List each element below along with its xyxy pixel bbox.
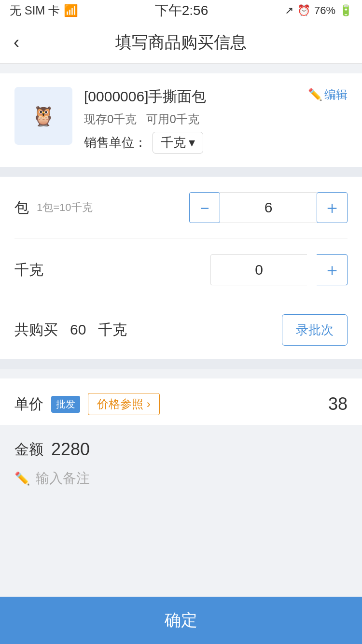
carrier-label: 无 SIM 卡	[10, 3, 60, 18]
main-content: 🦉 [0000006]手撕面包 ✏️ 编辑 现存0千克 可用0千克 销售单位： …	[0, 73, 362, 644]
unit-selector[interactable]: 千克 ▾	[153, 132, 203, 154]
amount-value: 2280	[51, 439, 90, 460]
total-label: 共购买	[14, 322, 58, 337]
product-info: [0000006]手撕面包 ✏️ 编辑 现存0千克 可用0千克 销售单位： 千克…	[84, 87, 348, 154]
pencil-icon: ✏️	[14, 471, 30, 486]
section-divider-1	[0, 167, 362, 177]
stock-available: 可用0千克	[146, 112, 199, 126]
kg-unit-label: 千克	[14, 260, 43, 280]
bag-qty-input[interactable]	[220, 192, 317, 223]
confirm-button-label: 确定	[165, 609, 197, 631]
back-button[interactable]: ‹	[14, 32, 19, 53]
page-title: 填写商品购买信息	[115, 31, 247, 54]
status-bar: 无 SIM 卡 📶 下午2:56 ↗ ⏰ 76% 🔋	[0, 0, 362, 21]
product-stock: 现存0千克 可用0千克	[84, 112, 348, 127]
bag-qty-control: － ＋	[189, 192, 348, 223]
edit-icon: ✏️	[308, 88, 322, 101]
product-card: 🦉 [0000006]手撕面包 ✏️ 编辑 现存0千克 可用0千克 销售单位： …	[0, 73, 362, 167]
unit-value: 千克	[161, 134, 186, 151]
battery-icon: 🔋	[339, 4, 352, 17]
bag-hint: 1包=10千克	[37, 200, 93, 215]
wifi-icon: 📶	[64, 4, 78, 17]
chevron-down-icon: ▾	[189, 135, 195, 150]
kg-qty-control: ＋	[210, 254, 348, 285]
price-label: 单价	[14, 394, 43, 414]
unit-label: 销售单位：	[84, 134, 147, 151]
edit-button[interactable]: ✏️ 编辑	[308, 87, 348, 102]
product-image-placeholder: 🦉	[31, 105, 56, 127]
product-name: [0000006]手撕面包	[84, 87, 206, 107]
price-ref-button[interactable]: 价格参照 ›	[88, 393, 160, 415]
edit-label: 编辑	[324, 87, 348, 102]
status-bar-left: 无 SIM 卡 📶	[10, 3, 78, 18]
amount-label: 金额	[14, 440, 43, 460]
battery-label: 76%	[314, 4, 335, 17]
price-section: 单价 批发 价格参照 › 38	[0, 378, 362, 425]
batch-button[interactable]: 录批次	[282, 314, 348, 346]
alarm-icon: ⏰	[297, 4, 310, 17]
location-icon: ↗	[285, 4, 293, 17]
amount-row: 金额 2280	[14, 439, 348, 460]
total-unit: 千克	[98, 322, 127, 337]
quantity-section: 包 1包=10千克 － ＋ 千克 ＋	[0, 177, 362, 301]
product-thumbnail: 🦉	[14, 87, 72, 145]
product-info-top: [0000006]手撕面包 ✏️ 编辑	[84, 87, 348, 112]
bag-increment-button[interactable]: ＋	[317, 192, 348, 223]
price-row: 单价 批发 价格参照 › 38	[14, 393, 348, 415]
price-value: 38	[328, 394, 348, 414]
total-text: 共购买 60 千克	[14, 320, 127, 340]
total-value: 60	[70, 322, 86, 337]
kg-qty-row: 千克 ＋	[14, 239, 348, 301]
kg-qty-input[interactable]	[210, 254, 307, 285]
confirm-bar[interactable]: 确定	[0, 597, 362, 644]
bag-label: 包 1包=10千克	[14, 198, 93, 218]
bag-decrement-button[interactable]: －	[189, 192, 220, 223]
remark-row[interactable]: ✏️ 输入备注	[14, 469, 348, 488]
kg-label: 千克	[14, 260, 43, 280]
kg-increment-button[interactable]: ＋	[317, 254, 348, 285]
remark-placeholder: 输入备注	[36, 469, 90, 488]
bag-unit-label: 包	[14, 198, 29, 218]
section-divider-2	[0, 359, 362, 369]
bag-qty-row: 包 1包=10千克 － ＋	[14, 177, 348, 239]
total-section: 共购买 60 千克 录批次	[0, 301, 362, 359]
stock-current: 现存0千克	[84, 112, 137, 126]
amount-section: 金额 2280 ✏️ 输入备注	[0, 425, 362, 497]
nav-bar: ‹ 填写商品购买信息	[0, 21, 362, 64]
price-tag: 批发	[51, 396, 80, 413]
status-bar-time: 下午2:56	[155, 1, 209, 20]
product-unit-row: 销售单位： 千克 ▾	[84, 132, 348, 154]
status-bar-right: ↗ ⏰ 76% 🔋	[285, 4, 352, 17]
